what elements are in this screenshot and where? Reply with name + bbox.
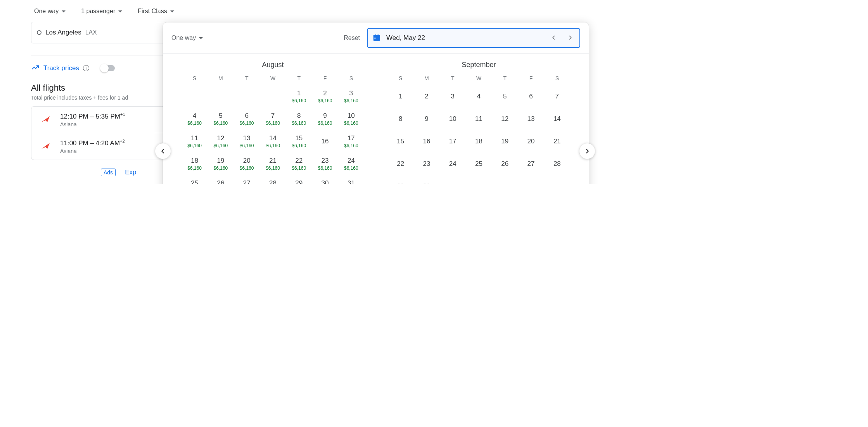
reset-button[interactable]: Reset (344, 34, 360, 41)
calendar-day[interactable]: 16 (312, 130, 338, 153)
svg-rect-1 (373, 35, 380, 36)
cabin-select[interactable]: First Class (138, 8, 174, 15)
day-number: 25 (191, 179, 198, 184)
next-month-button[interactable] (579, 143, 595, 159)
calendar-day[interactable]: 27 (518, 153, 544, 175)
ads-badge: Ads (101, 169, 116, 176)
dp-trip-select[interactable]: One way (171, 34, 203, 41)
calendar-day[interactable]: 11 (466, 108, 492, 130)
calendar-day[interactable]: 23 (413, 153, 439, 175)
calendar-day[interactable]: 22$6,160 (286, 153, 312, 175)
calendar-day[interactable]: 5$6,160 (207, 108, 233, 130)
day-price: $6,160 (187, 143, 202, 148)
calendar-day[interactable]: 16 (413, 130, 439, 153)
calendar-day[interactable]: 19$6,160 (207, 153, 233, 175)
calendar-day[interactable]: 31$6,160 (338, 175, 364, 184)
ads-link[interactable]: Exp (125, 169, 136, 176)
calendar-day[interactable]: 15$6,160 (286, 130, 312, 153)
date-next-button[interactable] (565, 33, 576, 43)
calendar-day[interactable]: 6$6,160 (234, 108, 260, 130)
calendar-day[interactable]: 8$6,160 (286, 108, 312, 130)
day-price: $6,160 (344, 98, 358, 103)
calendar-day[interactable]: 20$6,160 (234, 153, 260, 175)
calendar-day[interactable]: 18 (466, 130, 492, 153)
calendar-day[interactable]: 22 (387, 153, 413, 175)
calendar-day[interactable]: 9 (413, 108, 439, 130)
calendar-day[interactable]: 23$6,160 (312, 153, 338, 175)
day-price: $6,160 (318, 121, 332, 126)
day-number: 20 (243, 157, 251, 165)
day-number: 29 (295, 179, 303, 184)
calendar-day[interactable]: 28$6,160 (260, 175, 286, 184)
day-price: $6,160 (292, 121, 306, 126)
dow-label: T (440, 75, 466, 81)
flight-row[interactable]: 11:00 PM – 4:20 AM+2 Asiana (31, 133, 170, 160)
calendar-day[interactable]: 25$6,160 (182, 175, 207, 184)
day-number: 28 (269, 179, 277, 184)
calendar-day[interactable]: 10$6,160 (338, 108, 364, 130)
calendar-day[interactable]: 18$6,160 (182, 153, 207, 175)
day-number: 11 (191, 134, 198, 142)
calendar-day[interactable]: 12$6,160 (207, 130, 233, 153)
calendar-day[interactable]: 6 (518, 85, 544, 108)
day-price: $6,160 (214, 143, 228, 148)
calendar-day[interactable]: 14$6,160 (260, 130, 286, 153)
day-number: 3 (349, 90, 353, 97)
calendar-day[interactable]: 20 (518, 130, 544, 153)
calendar-day[interactable]: 17 (440, 130, 466, 153)
calendar-day[interactable]: 5 (492, 85, 518, 108)
day-price: $6,160 (187, 121, 202, 126)
calendar-day[interactable]: 26$6,160 (207, 175, 233, 184)
day-number: 12 (501, 115, 508, 123)
calendar-day[interactable]: 29 (387, 175, 413, 184)
calendar-day[interactable]: 24$6,160 (338, 153, 364, 175)
calendar-day[interactable]: 2 (413, 85, 439, 108)
calendar-day[interactable]: 21$6,160 (260, 153, 286, 175)
calendar-day[interactable]: 9$6,160 (312, 108, 338, 130)
day-price: $6,160 (187, 165, 202, 171)
origin-input[interactable]: Los Angeles LAX (31, 22, 167, 43)
track-prices-toggle[interactable] (101, 65, 115, 71)
calendar-day[interactable]: 13 (518, 108, 544, 130)
calendar-day[interactable]: 29$6,160 (286, 175, 312, 184)
day-number: 29 (397, 183, 404, 184)
calendar-day[interactable]: 13$6,160 (234, 130, 260, 153)
calendar-day[interactable]: 4$6,160 (182, 108, 207, 130)
calendar-day[interactable]: 19 (492, 130, 518, 153)
calendar-day[interactable]: 7$6,160 (260, 108, 286, 130)
calendar-day[interactable]: 10 (440, 108, 466, 130)
passengers-select[interactable]: 1 passenger (81, 8, 122, 15)
departure-date-input[interactable]: Wed, May 22 (367, 28, 580, 48)
calendar-day[interactable]: 8 (387, 108, 413, 130)
day-number: 10 (449, 115, 456, 123)
calendar-day[interactable]: 4 (466, 85, 492, 108)
trip-type-select[interactable]: One way (34, 8, 66, 15)
calendar-day[interactable]: 25 (466, 153, 492, 175)
origin-marker-icon (37, 30, 41, 35)
day-price: $6,160 (318, 98, 332, 103)
calendar-day[interactable]: 27$6,160 (234, 175, 260, 184)
calendar-day[interactable]: 3 (440, 85, 466, 108)
info-icon[interactable]: i (83, 65, 89, 71)
day-number: 21 (553, 138, 561, 145)
calendar-day[interactable]: 15 (387, 130, 413, 153)
day-price: $6,160 (318, 165, 332, 171)
calendar-day[interactable]: 14 (544, 108, 570, 130)
calendar-day[interactable]: 1 (387, 85, 413, 108)
calendar-day[interactable]: 7 (544, 85, 570, 108)
calendar-day[interactable]: 21 (544, 130, 570, 153)
calendar-day[interactable]: 3$6,160 (338, 85, 364, 108)
prev-month-button[interactable] (155, 143, 171, 159)
calendar-day[interactable]: 26 (492, 153, 518, 175)
date-prev-button[interactable] (548, 33, 559, 43)
calendar-day[interactable]: 24 (440, 153, 466, 175)
calendar-day[interactable]: 30 (413, 175, 439, 184)
calendar-day[interactable]: 1$6,160 (286, 85, 312, 108)
calendar-day[interactable]: 17$6,160 (338, 130, 364, 153)
flight-row[interactable]: 12:10 PM – 5:35 PM+1 Asiana (31, 107, 170, 133)
calendar-day[interactable]: 30$6,160 (312, 175, 338, 184)
calendar-day[interactable]: 2$6,160 (312, 85, 338, 108)
calendar-day[interactable]: 28 (544, 153, 570, 175)
calendar-day[interactable]: 11$6,160 (182, 130, 207, 153)
calendar-day[interactable]: 12 (492, 108, 518, 130)
